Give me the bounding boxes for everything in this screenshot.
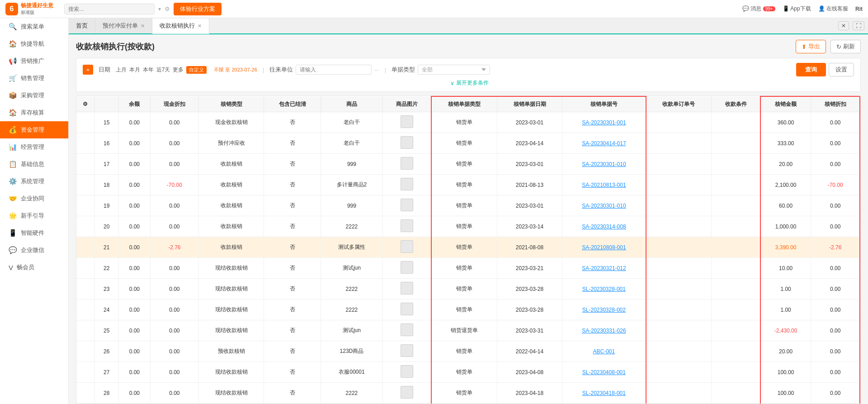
enterprise-icon: 🤝 bbox=[9, 195, 17, 203]
industry-btn[interactable]: 体验行业方案 bbox=[174, 3, 222, 15]
table-row: 16 0.00 0.00 预付冲应收 否 老白干 销货单 2023-04-14 … bbox=[76, 133, 860, 154]
user-name[interactable]: Rit bbox=[855, 6, 863, 12]
date-last-month[interactable]: 上月 bbox=[116, 66, 127, 74]
td-writeoff-type: 预收款核销 bbox=[198, 341, 264, 362]
td-bill-no[interactable]: SA-20210813-001 bbox=[562, 175, 646, 195]
tab-prepay-close[interactable]: ✕ bbox=[141, 23, 145, 29]
table-row: 26 0.00 0.00 预收款核销 否 123D商品 销货单 2022-04-… bbox=[76, 341, 860, 362]
expand-conditions-btn[interactable]: ∨ 展开更多条件 bbox=[83, 79, 854, 87]
td-collection-cond bbox=[712, 175, 760, 195]
td-cash-discount: 0.00 bbox=[150, 341, 198, 362]
table-row: 15 0.00 0.00 现金收款核销 否 老白干 销货单 2023-03-01… bbox=[76, 112, 860, 133]
td-bill-no[interactable]: SA-20230321-012 bbox=[562, 258, 646, 279]
td-bill-no[interactable]: SA-20230301-010 bbox=[562, 154, 646, 175]
sidebar-item-beginner[interactable]: 🌟 新手引导 bbox=[0, 207, 68, 224]
counterpart-input[interactable] bbox=[296, 65, 372, 75]
td-goods: 测试jun bbox=[321, 320, 382, 341]
tab-collection-writeoff[interactable]: 收款核销执行 ✕ bbox=[152, 19, 209, 34]
td-bill-no[interactable]: SA-20230301-010 bbox=[562, 195, 646, 216]
date-this-year[interactable]: 本年 bbox=[143, 66, 154, 74]
logo-icon: 6 bbox=[5, 3, 18, 15]
refresh-btn[interactable]: ↻ 刷新 bbox=[830, 40, 861, 53]
td-bill-no[interactable]: SA-20230331-026 bbox=[562, 320, 646, 341]
td-bill-type: 销货退货单 bbox=[431, 320, 497, 341]
sidebar-item-vip[interactable]: V 畅会员 bbox=[0, 259, 68, 276]
settings-btn[interactable]: 设置 bbox=[829, 63, 854, 76]
messages-icon[interactable]: 💬 消息 99+ bbox=[742, 5, 775, 13]
sidebar-item-marketing[interactable]: 📢 营销推广 bbox=[0, 52, 68, 70]
td-goods-img bbox=[382, 299, 431, 320]
td-bill-no[interactable]: SL-20230328-002 bbox=[562, 299, 646, 320]
date-more[interactable]: 更多 bbox=[173, 66, 184, 74]
td-bill-no[interactable]: SA-20230414-017 bbox=[562, 133, 646, 154]
sales-icon: 🛒 bbox=[9, 74, 17, 82]
td-bill-no[interactable]: SA-20210808-001 bbox=[562, 237, 646, 258]
td-bill-no[interactable]: SL-20230328-001 bbox=[562, 279, 646, 299]
page-header: 收款核销执行(按收款) ⬆ 导出 ↻ 刷新 bbox=[76, 40, 861, 53]
td-goods-img bbox=[382, 258, 431, 279]
filter-expand-btn[interactable]: » bbox=[83, 65, 93, 75]
sidebar-item-wechat[interactable]: 💬 企业微信 bbox=[0, 242, 68, 259]
td-bill-date: 2023-03-01 bbox=[497, 154, 562, 175]
td-collection-cond bbox=[712, 279, 760, 299]
td-cash-discount: -70.00 bbox=[150, 175, 198, 195]
tab-close-all-btn[interactable]: ✕ bbox=[838, 21, 849, 30]
export-btn[interactable]: ⬆ 导出 bbox=[796, 40, 826, 53]
td-bill-date: 2023-03-21 bbox=[497, 258, 562, 279]
sidebar-item-operations[interactable]: 📊 经营管理 bbox=[0, 138, 68, 156]
td-goods-img bbox=[382, 112, 431, 133]
td-bill-no[interactable]: ABC-001 bbox=[562, 341, 646, 362]
date-7-days[interactable]: 近7天 bbox=[156, 66, 170, 74]
th-writeoff-discount: 核销折扣 bbox=[811, 96, 860, 112]
td-writeoff-discount: 0.00 bbox=[811, 299, 860, 320]
td-bill-no[interactable]: SA-20230301-001 bbox=[562, 112, 646, 133]
online-service-link[interactable]: 👤 在线客服 bbox=[818, 5, 848, 13]
settings-gear-icon[interactable]: ⚙ bbox=[165, 5, 170, 12]
query-btn[interactable]: 查询 bbox=[796, 63, 826, 76]
td-collection-order bbox=[646, 195, 712, 216]
td-bill-no[interactable]: SA-20230314-008 bbox=[562, 216, 646, 237]
tab-home[interactable]: 首页 bbox=[69, 18, 95, 33]
search-input[interactable] bbox=[64, 4, 155, 14]
sidebar-item-system[interactable]: ⚙️ 系统管理 bbox=[0, 173, 68, 190]
td-bill-no[interactable]: SL-20230418-001 bbox=[562, 383, 646, 404]
sidebar-item-search[interactable]: 🔍 搜索菜单 bbox=[0, 18, 68, 35]
sidebar: 🔍 搜索菜单 🏠 快捷导航 📢 营销推广 🛒 销售管理 📦 采购管理 🏠 库存核… bbox=[0, 18, 69, 404]
td-collection-cond bbox=[712, 320, 760, 341]
bill-type-select[interactable]: 全部 bbox=[418, 65, 490, 75]
td-collection-order bbox=[646, 216, 712, 237]
sidebar-item-quick-nav[interactable]: 🏠 快捷导航 bbox=[0, 35, 68, 52]
app-download-link[interactable]: 📱 App下载 bbox=[783, 5, 811, 13]
td-collection-cond bbox=[712, 258, 760, 279]
td-writeoff-type: 预付冲应收 bbox=[198, 133, 264, 154]
dropdown-arrow-icon[interactable]: ▾ bbox=[158, 6, 161, 12]
sidebar-item-label: 系统管理 bbox=[21, 177, 44, 185]
td-bill-no[interactable]: SL-20230408-001 bbox=[562, 362, 646, 383]
tab-prepay[interactable]: 预付冲应付单 ✕ bbox=[95, 18, 152, 33]
td-goods: 2222 bbox=[321, 383, 382, 404]
sidebar-item-enterprise[interactable]: 🤝 企业协同 bbox=[0, 190, 68, 207]
marketing-icon: 📢 bbox=[9, 57, 17, 65]
td-goods-img bbox=[382, 133, 431, 154]
sidebar-item-finance[interactable]: 💰 资金管理 bbox=[0, 121, 68, 138]
td-no: 26 bbox=[94, 341, 118, 362]
date-this-month[interactable]: 本月 bbox=[129, 66, 140, 74]
td-writeoff-amount: 100.00 bbox=[760, 362, 811, 383]
td-goods-img bbox=[382, 195, 431, 216]
tab-fullscreen-btn[interactable]: ⛶ bbox=[853, 21, 864, 30]
smart-hw-icon: 📱 bbox=[9, 229, 17, 237]
tab-collection-writeoff-close[interactable]: ✕ bbox=[198, 23, 202, 29]
sidebar-item-sales[interactable]: 🛒 销售管理 bbox=[0, 70, 68, 87]
td-included-closed: 否 bbox=[264, 133, 321, 154]
date-custom-btn[interactable]: 自定义 bbox=[186, 66, 207, 74]
td-collection-order bbox=[646, 320, 712, 341]
sidebar-item-purchase[interactable]: 📦 采购管理 bbox=[0, 87, 68, 104]
counterpart-dots[interactable]: ··· bbox=[374, 67, 379, 73]
td-goods: 多计量商品2 bbox=[321, 175, 382, 195]
td-goods: 老白干 bbox=[321, 133, 382, 154]
tab-bar: 首页 预付冲应付单 ✕ 收款核销执行 ✕ ✕ ⛶ bbox=[69, 18, 868, 34]
sidebar-item-basic-info[interactable]: 📋 基础信息 bbox=[0, 156, 68, 173]
td-writeoff-amount: -2,430.00 bbox=[760, 320, 811, 341]
sidebar-item-inventory[interactable]: 🏠 库存核算 bbox=[0, 104, 68, 121]
sidebar-item-smart-hw[interactable]: 📱 智能硬件 bbox=[0, 224, 68, 242]
